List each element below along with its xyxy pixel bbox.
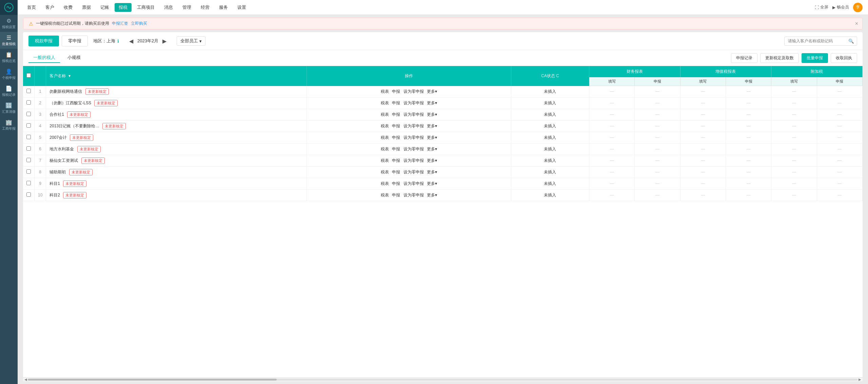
op-more-3[interactable]: 更多▾	[427, 124, 437, 128]
op-tax-form-1[interactable]: 税表	[381, 101, 389, 105]
op-declare-6[interactable]: 申报	[392, 158, 400, 163]
update-quota-button[interactable]: 更新税定及取数	[760, 53, 799, 63]
row-checkbox-0[interactable]	[26, 89, 31, 93]
op-zero-declare-5[interactable]: 设为零申报	[403, 147, 424, 151]
nav-home[interactable]: 首页	[23, 3, 40, 12]
row-checkbox-9[interactable]	[26, 192, 31, 197]
logo[interactable]	[0, 0, 18, 15]
scroll-left-button[interactable]: ◀	[24, 378, 28, 382]
horizontal-scrollbar[interactable]: ◀ ▶	[23, 377, 863, 381]
nav-operations[interactable]: 经营	[197, 3, 214, 12]
nav-messages[interactable]: 消息	[160, 3, 177, 12]
sort-icon[interactable]: ▾	[68, 73, 71, 78]
row-checkbox-5[interactable]	[26, 146, 31, 151]
notice-close-button[interactable]: ×	[855, 21, 858, 27]
row-checkbox-3[interactable]	[26, 123, 31, 128]
sidebar-item-batch-tax[interactable]: ☰ 批量报税	[0, 32, 18, 49]
op-zero-declare-7[interactable]: 设为零申报	[403, 170, 424, 174]
row-checkbox-2[interactable]	[26, 112, 31, 116]
op-declare-9[interactable]: 申报	[392, 193, 400, 197]
period-next-button[interactable]: ▶	[160, 37, 169, 45]
row-checkbox-1[interactable]	[26, 100, 31, 105]
fullscreen-button[interactable]: ⛶ 全屏	[815, 4, 828, 10]
op-zero-declare-6[interactable]: 设为零申报	[403, 158, 424, 163]
nav-management[interactable]: 管理	[178, 3, 195, 12]
sidebar-item-tax-records[interactable]: 📄 报税记录	[0, 83, 18, 100]
op-more-1[interactable]: 更多▾	[427, 101, 437, 105]
row-ca-1: 未插入	[511, 97, 589, 109]
row-checkbox-8[interactable]	[26, 181, 31, 185]
op-tax-form-6[interactable]: 税表	[381, 158, 389, 163]
sidebar-item-personal-tax[interactable]: 👤 个税申报	[0, 66, 18, 83]
search-input[interactable]	[785, 37, 846, 45]
op-tax-form-0[interactable]: 税表	[381, 89, 389, 94]
op-declare-3[interactable]: 申报	[392, 124, 400, 128]
zero-report-tab-button[interactable]: 零申报	[62, 36, 88, 46]
op-more-7[interactable]: 更多▾	[427, 170, 437, 174]
op-tax-form-4[interactable]: 税表	[381, 135, 389, 140]
op-zero-declare-0[interactable]: 设为零申报	[403, 89, 424, 94]
search-button[interactable]: 🔍	[846, 37, 857, 45]
notice-link1[interactable]: 申报汇签	[112, 21, 128, 26]
declare-tab-button[interactable]: 税款申报	[28, 36, 59, 46]
op-more-0[interactable]: 更多▾	[427, 89, 437, 94]
nav-settings[interactable]: 设置	[233, 3, 250, 12]
scrollbar-thumb[interactable]	[28, 379, 277, 381]
op-more-6[interactable]: 更多▾	[427, 158, 437, 163]
op-tax-form-8[interactable]: 税表	[381, 181, 389, 186]
nav-accounting[interactable]: 记账	[96, 3, 113, 12]
op-more-8[interactable]: 更多▾	[427, 181, 437, 186]
tab-small-scale[interactable]: 小规模	[63, 53, 85, 63]
op-zero-declare-9[interactable]: 设为零申报	[403, 193, 424, 197]
op-declare-8[interactable]: 申报	[392, 181, 400, 186]
op-more-5[interactable]: 更多▾	[427, 147, 437, 151]
op-zero-declare-2[interactable]: 设为零申报	[403, 112, 424, 117]
row-col-9-4: —	[771, 189, 817, 201]
batch-declare-button[interactable]: 批量申报	[802, 53, 828, 63]
select-all-checkbox[interactable]	[26, 73, 31, 78]
user-avatar[interactable]: 李	[853, 3, 863, 12]
scrollbar-track[interactable]	[28, 379, 858, 381]
nav-tax[interactable]: 报税	[115, 3, 132, 12]
declare-record-button[interactable]: 申报记录	[731, 53, 757, 63]
scroll-right-button[interactable]: ▶	[858, 378, 862, 382]
row-checkbox-4[interactable]	[26, 135, 31, 139]
op-declare-5[interactable]: 申报	[392, 147, 400, 151]
retrieve-button[interactable]: 收取回执	[831, 53, 857, 63]
info-icon[interactable]: ℹ	[117, 39, 119, 44]
op-zero-declare-8[interactable]: 设为零申报	[403, 181, 424, 186]
tab-general-taxpayer[interactable]: 一般的税人	[28, 53, 60, 63]
nav-services[interactable]: 服务	[215, 3, 232, 12]
sidebar-item-tax-settings[interactable]: ⚙ 报税设置	[0, 15, 18, 32]
op-tax-form-9[interactable]: 税表	[381, 193, 389, 197]
sidebar-item-annual-report[interactable]: 🏢 工商年报	[0, 116, 18, 133]
row-checkbox-7[interactable]	[26, 169, 31, 174]
op-zero-declare-1[interactable]: 设为零申报	[403, 101, 424, 105]
op-more-2[interactable]: 更多▾	[427, 112, 437, 117]
period-prev-button[interactable]: ◀	[127, 37, 135, 45]
sidebar-item-tax-overview[interactable]: 📋 报税总览	[0, 49, 18, 66]
dept-select[interactable]: 全部员工 ▾	[177, 36, 205, 46]
nav-customer[interactable]: 客户	[41, 3, 58, 12]
op-tax-form-7[interactable]: 税表	[381, 170, 389, 174]
op-declare-0[interactable]: 申报	[392, 89, 400, 94]
op-zero-declare-3[interactable]: 设为零申报	[403, 124, 424, 128]
vip-button[interactable]: ▶ 畅会员	[832, 4, 849, 10]
nav-billing[interactable]: 收费	[60, 3, 77, 12]
op-tax-form-2[interactable]: 税表	[381, 112, 389, 117]
op-tax-form-5[interactable]: 税表	[381, 147, 389, 151]
op-declare-4[interactable]: 申报	[392, 135, 400, 140]
nav-invoice[interactable]: 票据	[78, 3, 95, 12]
notice-link2[interactable]: 立即购买	[131, 21, 147, 26]
op-more-4[interactable]: 更多▾	[427, 135, 437, 140]
nav-business[interactable]: 工商项目	[133, 3, 159, 12]
op-more-9[interactable]: 更多▾	[427, 193, 437, 197]
op-zero-declare-4[interactable]: 设为零申报	[403, 135, 424, 140]
op-declare-1[interactable]: 申报	[392, 101, 400, 105]
op-tax-form-3[interactable]: 税表	[381, 124, 389, 128]
customer-name-9: 科目2	[50, 193, 60, 197]
op-declare-2[interactable]: 申报	[392, 112, 400, 117]
op-declare-7[interactable]: 申报	[392, 170, 400, 174]
sidebar-item-settlement[interactable]: 🔢 汇算清缴	[0, 100, 18, 116]
row-checkbox-6[interactable]	[26, 158, 31, 162]
